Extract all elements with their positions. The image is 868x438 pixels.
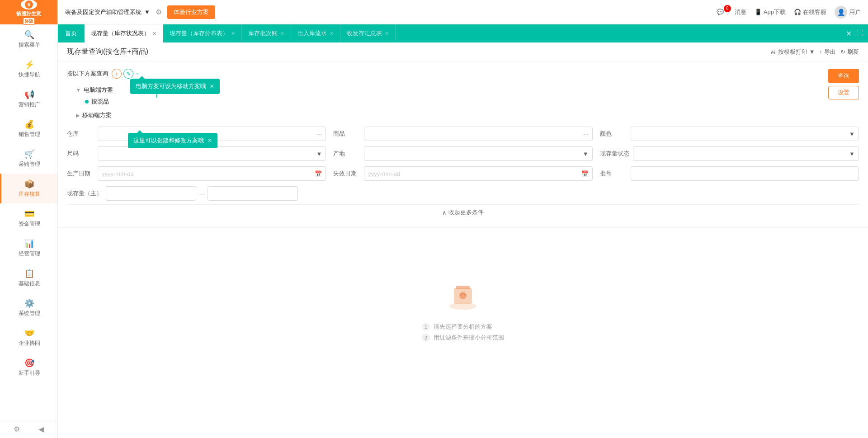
tab-close-icon[interactable]: ✕ (231, 31, 235, 37)
message-btn[interactable]: 💬 6 消息 (717, 8, 746, 16)
page-actions: 🖨 按模板打印 ▼ ↑ 导出 ↻ 刷新 (770, 48, 859, 56)
edit-popup-close[interactable]: ✕ (208, 137, 212, 144)
origin-field: 产地 ▼ (333, 146, 592, 161)
stock-qty-max[interactable] (208, 186, 298, 201)
app-download-label: App下载 (764, 8, 786, 16)
tab-close-icon[interactable]: ✕ (330, 31, 334, 37)
sidebar-item-label: 快捷导航 (19, 71, 40, 79)
export-btn[interactable]: ↑ 导出 (820, 48, 836, 56)
sidebar-item-basic[interactable]: 📋 基础信息 (0, 263, 57, 293)
sidebar-item-label: 采购管理 (19, 160, 40, 168)
marketing-icon: 📢 (24, 89, 34, 99)
sidebar-item-management[interactable]: 📊 经营管理 (0, 233, 57, 263)
tab-maximize-icon[interactable]: ⛶ (856, 29, 863, 38)
add-scheme-btn[interactable]: + (112, 69, 122, 79)
goods-field: 商品 ··· (333, 127, 592, 141)
collapse-btn[interactable]: ∧ 收起更多条件 (442, 208, 484, 217)
sidebar-bottom: ⚙ ◀ (0, 420, 57, 438)
topbar-right: 💬 6 消息 📱 App下载 🎧 在线客服 👤 用户 (717, 6, 861, 19)
sidebar-item-search[interactable]: 🔍 搜索菜单 (0, 24, 57, 54)
sidebar-item-enterprise[interactable]: 🤝 企业协同 (0, 323, 57, 353)
home-label: 首页 (65, 29, 77, 38)
sidebar-item-guide[interactable]: 🎯 新手引导 (0, 353, 57, 382)
sales-icon: 💰 (24, 119, 34, 129)
chevron-down-icon: ▼ (583, 151, 589, 157)
tab-home[interactable]: 首页 (58, 24, 85, 42)
tree-arrow: ▼ (76, 87, 81, 93)
enterprise-icon: 🤝 (24, 328, 34, 338)
color-field: 颜色 ▼ (600, 127, 859, 141)
tab-batch[interactable]: 库存批次账 ✕ (242, 24, 291, 42)
basic-icon: 📋 (24, 268, 34, 278)
tree-mobile-scheme[interactable]: ▶ 移动端方案 (76, 109, 859, 121)
sidebar-item-marketing[interactable]: 📢 营销推广 (0, 84, 57, 114)
stock-qty-min[interactable] (106, 186, 196, 201)
svg-point-7 (464, 294, 466, 296)
origin-select[interactable]: ▼ (364, 146, 592, 161)
system-icon: ⚙️ (24, 298, 34, 308)
app-tag: 标版 (23, 18, 35, 25)
chevron-down-icon: ▼ (849, 131, 855, 137)
action-buttons: 查询 设置 (828, 69, 859, 99)
batch-no-field: 批号 (600, 166, 859, 181)
goods-label: 商品 (333, 130, 360, 138)
tree-child-item[interactable]: 按照品 (85, 96, 859, 108)
tab-close-icon[interactable]: ✕ (152, 31, 156, 37)
print-btn[interactable]: 🖨 按模板打印 ▼ (770, 48, 815, 56)
filter-label-text: 按以下方案查询 (67, 70, 108, 78)
warehouse-label: 仓库 (67, 130, 94, 138)
sidebar-item-label: 新手引导 (19, 369, 40, 377)
refresh-btn[interactable]: ↻ 刷新 (840, 48, 859, 56)
message-label: 消息 (735, 8, 746, 16)
tab-inventory-status[interactable]: 现存量（库存状况表） ✕ (85, 24, 163, 42)
guide-icon: 🎯 (24, 358, 34, 368)
tab-close-icon[interactable]: ✕ (280, 31, 284, 37)
gear-icon[interactable]: ⚙ (156, 8, 162, 16)
sidebar-item-system[interactable]: ⚙️ 系统管理 (0, 293, 57, 323)
sidebar-item-inventory[interactable]: 📦 库存核算 (0, 174, 57, 203)
online-support-btn[interactable]: 🎧 在线客服 (794, 8, 826, 16)
user-menu[interactable]: 👤 用户 (835, 6, 861, 19)
inventory-icon: 📦 (24, 179, 34, 189)
sidebar-item-label: 系统管理 (19, 310, 40, 317)
production-date-input[interactable]: yyyy-mm-dd 📅 (98, 166, 326, 181)
search-icon: 🔍 (24, 30, 34, 40)
scheme-popup-close[interactable]: ✕ (210, 83, 214, 89)
collapse-sidebar-btn[interactable]: ◀ (38, 425, 44, 433)
tab-close-icon[interactable]: ✕ (385, 31, 389, 37)
size-select[interactable]: ▼ (98, 146, 326, 161)
expiry-date-input[interactable]: yyyy-mm-dd 📅 (364, 166, 592, 181)
stock-status-select[interactable]: ▼ (633, 146, 859, 161)
sidebar-item-purchase[interactable]: 🛒 采购管理 (0, 144, 57, 174)
batch-no-input[interactable] (631, 166, 859, 181)
search-button[interactable]: 查询 (828, 69, 859, 83)
system-selector[interactable]: 装备及固定资产辅助管理系统 ▼ (65, 8, 150, 16)
tab-summary[interactable]: 收发存汇总表 ✕ (340, 24, 396, 42)
size-field: 尺码 ▼ (67, 146, 326, 161)
settings-btn[interactable]: ⚙ (14, 425, 20, 433)
page-header: 现存量查询(按仓库+商品) 🖨 按模板打印 ▼ ↑ 导出 ↻ 刷新 (58, 42, 868, 61)
tree-child-label: 按照品 (91, 98, 109, 106)
sidebar-item-sales[interactable]: 💰 销售管理 (0, 114, 57, 144)
tab-inventory-dist[interactable]: 现存量（库存分布表） ✕ (163, 24, 242, 42)
edit-scheme-btn[interactable]: ✎ (123, 69, 133, 79)
management-icon: 📊 (24, 239, 34, 249)
user-name: 用户 (849, 8, 861, 16)
system-name: 装备及固定资产辅助管理系统 (65, 8, 142, 16)
sidebar-item-nav[interactable]: ⚡ 快捷导航 (0, 54, 57, 84)
app-logo: 6 畅通好生意 标版 (0, 0, 57, 24)
range-separator: — (199, 190, 205, 197)
goods-input[interactable]: ··· (364, 127, 592, 141)
app-download-btn[interactable]: 📱 App下载 (755, 8, 786, 16)
color-select[interactable]: ▼ (631, 127, 859, 141)
tab-flow[interactable]: 出入库流水 ✕ (291, 24, 340, 42)
tab-close-all-icon[interactable]: ✕ (846, 29, 852, 38)
industry-btn[interactable]: 体验行业方案 (167, 5, 215, 19)
topbar: 装备及固定资产辅助管理系统 ▼ ⚙ 体验行业方案 💬 6 消息 📱 App下载 … (58, 0, 868, 24)
origin-label: 产地 (333, 150, 360, 158)
tabbar-right: ✕ ⛶ (841, 24, 868, 42)
sidebar-item-finance[interactable]: 💳 资金管理 (0, 203, 57, 233)
sidebar-item-label: 基础信息 (19, 280, 40, 287)
tip-text-1: 请先选择要分析的方案 (434, 323, 492, 331)
reset-button[interactable]: 设置 (828, 86, 859, 99)
